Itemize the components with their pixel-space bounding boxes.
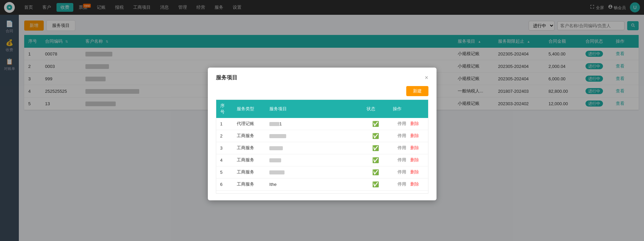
modal-cell-status: ✅	[363, 142, 389, 154]
modal-cell-seq: 1	[216, 118, 233, 130]
modal-cell-service: 1	[265, 118, 363, 130]
stop-button[interactable]: 停用	[397, 121, 406, 126]
modal-close-button[interactable]: ×	[425, 74, 428, 81]
modal-cell-service	[265, 190, 363, 194]
modal-table-row: 1 代理记账 1 ✅ 停用 删除	[216, 118, 428, 130]
modal-cell-type: 工商服务	[233, 190, 265, 194]
modal-col-type: 服务类型	[233, 100, 265, 118]
modal-cell-status: ✅	[363, 190, 389, 194]
modal-cell-status: ✅	[363, 166, 389, 178]
modal-cell-seq: 4	[216, 154, 233, 166]
modal-cell-status: ✅	[363, 154, 389, 166]
modal-cell-status: ✅	[363, 130, 389, 142]
modal-cell-service	[265, 166, 363, 178]
modal-cell-type: 工商服务	[233, 166, 265, 178]
stop-button[interactable]: 停用	[397, 133, 406, 138]
status-check-icon: ✅	[372, 169, 379, 175]
status-check-icon: ✅	[372, 157, 379, 163]
delete-button[interactable]: 删除	[410, 169, 419, 174]
modal-cell-seq: 2	[216, 130, 233, 142]
service-items-modal: 服务项目 × 新建 序号 服务类型 服务项目 状态 操作 1 代理记账	[208, 68, 437, 200]
modal-cell-seq: 5	[216, 166, 233, 178]
modal-cell-type: 工商服务	[233, 130, 265, 142]
modal-table-row: 2 工商服务 ✅ 停用 删除	[216, 130, 428, 142]
modal-col-action: 操作	[389, 100, 428, 118]
stop-button[interactable]: 停用	[397, 145, 406, 150]
modal-cell-type: 工商服务	[233, 178, 265, 190]
delete-button[interactable]: 删除	[410, 121, 419, 126]
modal-table-row: 7 工商服务 ✅ 停用 删除	[216, 190, 428, 194]
modal-table-row: 6 工商服务 Ithe ✅ 停用 删除	[216, 178, 428, 190]
modal-cell-action: 停用 删除	[389, 154, 428, 166]
modal-cell-action: 停用 删除	[389, 166, 428, 178]
delete-button[interactable]: 删除	[410, 157, 419, 162]
delete-button[interactable]: 删除	[410, 133, 419, 138]
stop-button[interactable]: 停用	[397, 157, 406, 162]
modal-cell-status: ✅	[363, 118, 389, 130]
delete-button[interactable]: 删除	[410, 145, 419, 150]
modal-toolbar: 新建	[216, 86, 428, 96]
delete-button[interactable]: 删除	[410, 182, 419, 187]
status-check-icon: ✅	[372, 121, 379, 127]
modal-cell-seq: 3	[216, 142, 233, 154]
status-check-icon: ✅	[372, 145, 379, 151]
modal-cell-type: 代理记账	[233, 118, 265, 130]
modal-table-row: 3 工商服务 ✅ 停用 删除	[216, 142, 428, 154]
modal-cell-seq: 7	[216, 190, 233, 194]
modal-new-button[interactable]: 新建	[406, 86, 428, 96]
modal-header: 服务项目 ×	[216, 74, 428, 81]
modal-cell-action: 停用 删除	[389, 142, 428, 154]
modal-cell-service	[265, 142, 363, 154]
modal-table-row: 5 工商服务 ✅ 停用 删除	[216, 166, 428, 178]
modal-cell-action: 停用 删除	[389, 118, 428, 130]
modal-cell-service	[265, 154, 363, 166]
modal-cell-status: ✅	[363, 178, 389, 190]
modal-col-status: 状态	[363, 100, 389, 118]
modal-cell-action: 停用 删除	[389, 178, 428, 190]
stop-button[interactable]: 停用	[397, 182, 406, 187]
modal-table-scroll[interactable]: 序号 服务类型 服务项目 状态 操作 1 代理记账 1 ✅	[216, 99, 428, 194]
status-check-icon: ✅	[372, 133, 379, 139]
modal-cell-service: Ithe	[265, 178, 363, 190]
stop-button[interactable]: 停用	[397, 169, 406, 174]
modal-table-row: 4 工商服务 ✅ 停用 删除	[216, 154, 428, 166]
modal-col-seq: 序号	[216, 100, 233, 118]
modal-cell-type: 工商服务	[233, 154, 265, 166]
status-check-icon: ✅	[372, 182, 379, 187]
modal-cell-action: 停用 删除	[389, 130, 428, 142]
modal-cell-action: 停用 删除	[389, 190, 428, 194]
modal-title: 服务项目	[216, 74, 237, 81]
modal-col-service: 服务项目	[265, 100, 363, 118]
modal-cell-type: 工商服务	[233, 142, 265, 154]
modal-cell-seq: 6	[216, 178, 233, 190]
modal-cell-service	[265, 130, 363, 142]
service-items-table: 序号 服务类型 服务项目 状态 操作 1 代理记账 1 ✅	[216, 100, 428, 194]
modal-table-header-row: 序号 服务类型 服务项目 状态 操作	[216, 100, 428, 118]
